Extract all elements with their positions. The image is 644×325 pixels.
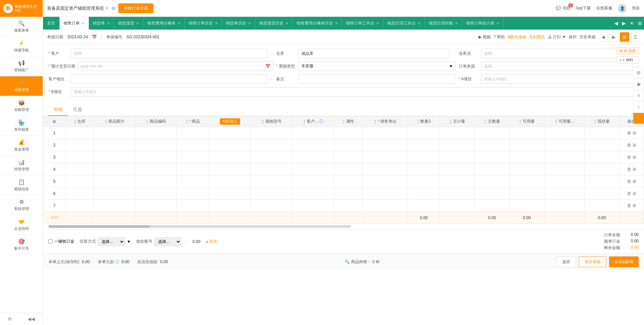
row-2-scan[interactable] [209,139,251,151]
sidebar-item-marketing[interactable]: 📢 营销推广 [0,56,43,76]
row-5-stock[interactable] [584,175,619,188]
one-click-checkbox[interactable] [48,239,53,244]
row-3-cref[interactable] [292,151,334,163]
row-2-customer-ref[interactable] [292,139,334,151]
address-dots[interactable]: ··· [269,76,273,82]
row-1-code[interactable] [135,127,177,139]
panel-view-btn4[interactable]: ☰ [631,32,640,42]
row-2-available2[interactable] [544,139,584,151]
row-6-unit[interactable] [363,188,408,200]
row-7-warehouse[interactable] [66,200,94,212]
row-2-product[interactable] [177,139,209,151]
row-4-stock[interactable] [584,163,619,175]
app-download-link[interactable]: App下载 [576,5,591,11]
tab-return-goods[interactable]: 销货退货 ✕ [114,17,143,30]
row-6-cref[interactable] [292,188,334,200]
row-5-cref[interactable] [292,175,334,188]
row-4-spec[interactable] [251,163,292,175]
table-scrollbar[interactable] [43,224,644,229]
row-6-warehouse[interactable] [66,188,94,200]
tab-more-btn[interactable]: ✕ [628,17,636,30]
settings-btn[interactable]: ⚙ ⚙ 设置 [616,47,639,54]
tab-reconcile[interactable]: 钱货日清对账 ✕ [425,17,462,30]
row-7-qty2[interactable] [408,200,440,212]
row-5-copy-btn[interactable]: ⊞ [633,179,636,184]
row-1-main-uom[interactable] [440,127,475,139]
row-4-product[interactable] [177,163,209,175]
tab-cashflow-close[interactable]: ✕ [418,22,420,25]
row-4-code[interactable] [135,163,177,175]
message-badge[interactable]: 💬 消息 9 [556,5,570,11]
inner-tab-detail[interactable]: 明细 [48,104,68,116]
row-4-warehouse[interactable] [66,163,94,175]
tab-expense-history-close[interactable]: ✕ [335,22,338,25]
row-1-available2[interactable] [544,127,584,139]
tab-expense-split[interactable]: 销售费用分摊单 ✕ [143,17,185,30]
a-project-input[interactable]: 请输入A项目 [481,74,639,84]
row-2-delete-btn[interactable]: 🗑 [627,143,631,148]
inner-tab-summary[interactable]: 汇总 [68,104,87,116]
row-2-image[interactable] [94,139,135,151]
row-3-qty2[interactable] [408,151,440,163]
tab-prev-btn[interactable]: ◀ [612,17,620,30]
row-5-qty2[interactable] [408,175,440,188]
row-3-scan[interactable] [209,151,251,163]
row-6-muom[interactable] [440,188,475,200]
row-2-warehouse[interactable] [66,139,94,151]
sidebar-item-operations[interactable]: 📊 经营管理 [0,156,43,175]
sidebar-collapse-btn[interactable]: ◀◀ [28,316,35,322]
row-3-copy-btn[interactable]: ⊞ [633,155,636,160]
row-1-product[interactable] [177,127,209,139]
salesperson-input[interactable]: 选择... [481,49,633,58]
tab-workbench-close[interactable]: ✕ [376,22,379,25]
row-6-spec[interactable] [251,188,292,200]
row-3-warehouse[interactable] [66,151,94,163]
row-3-unit[interactable] [363,151,408,163]
row-7-product[interactable] [177,200,209,212]
tab-home[interactable]: 首页 [43,17,60,30]
tab-sales-return-close[interactable]: ✕ [107,22,110,25]
panel-view-btn2[interactable]: ▶ [609,32,618,42]
row-6-mqty[interactable] [475,188,509,200]
row-2-available[interactable] [509,139,544,151]
print-link[interactable]: 🖨 打印 ▼ [548,34,566,40]
b-project-input[interactable]: 请输入B项目 [71,87,639,96]
row-6-scan[interactable] [209,188,251,200]
row-3-product[interactable] [177,151,209,163]
row-1-delete-btn[interactable]: 🗑 [627,130,631,135]
account-dots[interactable]: ··· [183,239,187,244]
row-1-customer-ref[interactable] [292,127,334,139]
row-5-spec[interactable] [251,175,292,188]
row-4-muom[interactable] [440,163,475,175]
row-3-mqty[interactable] [475,151,509,163]
warehouse-dots[interactable]: ··· [452,51,456,56]
tab-expand-btn[interactable]: ⊞ [636,17,644,30]
row-4-image[interactable] [94,163,135,175]
row-5-avail2[interactable] [544,175,584,188]
row-7-scan[interactable] [209,200,251,212]
tab-return-history[interactable]: 销货退货历史 ✕ [255,17,293,30]
row-2-code[interactable] [135,139,177,151]
avatar[interactable]: 👤 [618,4,627,13]
calendar-icon[interactable]: 📅 [92,35,97,39]
account-select[interactable]: 选择... [154,237,181,246]
row-7-delete-btn[interactable]: 🗑 [627,203,631,208]
row-4-copy-btn[interactable]: ⊞ [633,167,636,172]
tab-expense-split-close[interactable]: ✕ [178,22,180,25]
float-btn-3[interactable]: ≡ [633,90,644,101]
row-5-attr[interactable] [334,175,362,188]
row-6-delete-btn[interactable]: 🗑 [627,191,631,196]
customer-input[interactable]: 选择... [71,49,267,58]
tab-order-history-close[interactable]: ✕ [215,22,218,25]
row-1-warehouse[interactable] [66,127,94,139]
tab-stats[interactable]: 销售订单统计表 ✕ [462,17,503,30]
profit-link[interactable]: 毛利预告 [529,34,545,40]
row-7-copy-btn[interactable]: ⊞ [633,203,636,208]
sidebar-item-system[interactable]: ⚙ 系统管理 [0,195,43,215]
row-6-attr[interactable] [334,188,362,200]
row-4-mqty[interactable] [475,163,509,175]
sidebar-item-search[interactable]: 🔍 搜索菜单 [0,17,43,37]
row-5-avail[interactable] [509,175,544,188]
row-7-code[interactable] [135,200,177,212]
shortcut-link[interactable]: ⌨ 快捷键 [507,34,526,40]
